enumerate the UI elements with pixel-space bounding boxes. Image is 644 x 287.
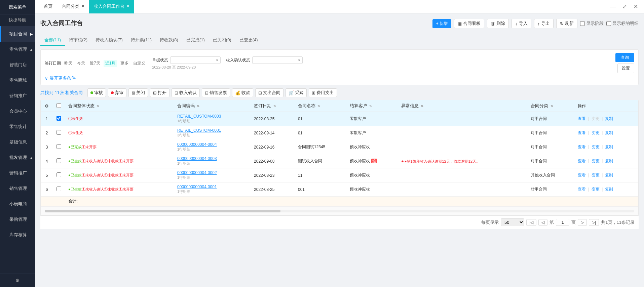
row-select-checkbox[interactable]: [56, 172, 61, 177]
yesterday-link[interactable]: 昨天: [63, 60, 74, 67]
first-page-button[interactable]: |◁: [526, 219, 536, 226]
row-checkbox[interactable]: [53, 126, 65, 140]
prev-page-button[interactable]: ◁: [538, 219, 547, 226]
last-page-button[interactable]: ▷|: [589, 219, 599, 226]
show-detail-checkbox[interactable]: 显示标的明细: [606, 20, 639, 27]
sidebar-item-sales[interactable]: 销售管理: [0, 181, 35, 196]
col-sign-date[interactable]: 签订日期 ⇅: [251, 100, 295, 112]
row-checkbox[interactable]: [53, 168, 65, 182]
sidebar-item-inventory[interactable]: 库存核算: [0, 227, 35, 243]
close-icon[interactable]: ✕: [81, 4, 84, 8]
custom-link[interactable]: 自定义: [132, 60, 147, 67]
col-exception[interactable]: 异常信息 ⇅: [398, 100, 527, 112]
contract-link[interactable]: RETAIL_CUSTOM-0001: [177, 128, 221, 133]
sidebar-item-retail-stats[interactable]: 零售统计: [0, 119, 35, 134]
expense-out-button[interactable]: ⊟ 支出合同: [255, 88, 283, 97]
open-button[interactable]: ⊞ 打开: [150, 88, 169, 97]
minimize-button[interactable]: —: [608, 3, 618, 10]
import-button[interactable]: ↓ 导入: [512, 19, 531, 28]
close-icon[interactable]: ✕: [126, 4, 129, 8]
contract-link[interactable]: RETAIL_CUSTOM-0003: [177, 114, 221, 119]
op-变更[interactable]: 变更: [592, 130, 600, 135]
row-checkbox[interactable]: [53, 112, 65, 126]
sales-invoice-button[interactable]: ⊟ 销售发票: [202, 88, 230, 97]
op-复制[interactable]: 复制: [605, 130, 613, 135]
settings-gear[interactable]: ⚙: [45, 104, 49, 109]
maximize-button[interactable]: ⤢: [620, 3, 629, 10]
setting-button[interactable]: 设置: [617, 64, 634, 73]
export-button[interactable]: ↑ 导出: [534, 19, 554, 28]
panel-button[interactable]: ▦ 合同看板: [454, 19, 484, 28]
last-month-link[interactable]: 近1月: [104, 60, 117, 67]
refresh-button[interactable]: ↻ 刷新: [556, 19, 577, 28]
row-checkbox[interactable]: [53, 154, 65, 168]
sidebar-search[interactable]: 搜索菜单: [0, 0, 35, 14]
contract-link[interactable]: 0000000000004-0001: [177, 184, 217, 189]
op-复制[interactable]: 复制: [605, 173, 613, 177]
op-查看[interactable]: 查看: [578, 173, 586, 177]
contract-link[interactable]: 0000000000004-0004: [177, 142, 217, 147]
expand-button[interactable]: ∨ 展开更多条件: [45, 75, 76, 81]
row-select-checkbox[interactable]: [56, 116, 61, 121]
row-checkbox[interactable]: [53, 182, 65, 197]
op-变更[interactable]: 变更: [592, 173, 600, 177]
contract-link[interactable]: 0000000000004-0002: [177, 170, 217, 175]
sidebar-item-project[interactable]: 项目合同 ▶: [0, 26, 35, 42]
delete-button[interactable]: 🗑 删除: [487, 19, 509, 28]
purchase-button[interactable]: 🛒 采购: [286, 88, 307, 97]
sidebar-item-wholesale[interactable]: 批发管理 ▲: [0, 150, 35, 165]
col-settings[interactable]: ⚙: [41, 100, 53, 112]
status-tab-pending-review[interactable]: 待审核(2): [65, 35, 91, 46]
scrollbar-thumb[interactable]: [45, 210, 280, 212]
status-tab-changed[interactable]: 已变更(4): [235, 35, 262, 46]
op-查看[interactable]: 查看: [578, 145, 586, 149]
op-查看[interactable]: 查看: [578, 159, 586, 163]
row-select-checkbox[interactable]: [56, 144, 61, 149]
show-detail-input[interactable]: [606, 21, 611, 26]
op-查看[interactable]: 查看: [578, 187, 586, 192]
payment-button[interactable]: 💰 收款: [232, 88, 253, 97]
status-tab-closed[interactable]: 已关闭(0): [209, 35, 235, 46]
doc-status-select[interactable]: [170, 56, 221, 64]
query-button[interactable]: 查询: [615, 53, 634, 62]
close-button[interactable]: ✕: [632, 3, 640, 10]
next-page-button[interactable]: ▷: [578, 219, 587, 226]
tab-contracts[interactable]: 合同分类 ✕: [57, 0, 89, 13]
per-page-select[interactable]: 50 100: [501, 218, 524, 226]
op-查看[interactable]: 查看: [578, 116, 586, 121]
row-select-checkbox[interactable]: [56, 158, 61, 163]
more-link[interactable]: 更多: [119, 60, 130, 67]
op-变更[interactable]: 变更: [592, 159, 600, 163]
status-tab-pending-invoice[interactable]: 待开票(11): [127, 35, 156, 46]
col-category[interactable]: 合同分类 ⇅: [527, 100, 574, 112]
sidebar-item-smart-store[interactable]: 智慧门店: [0, 57, 35, 73]
sidebar-item-base-info[interactable]: 基础信息: [0, 134, 35, 150]
row-checkbox[interactable]: [53, 140, 65, 154]
show-stage-checkbox[interactable]: 显示阶段: [580, 20, 604, 27]
sidebar-item-member[interactable]: 会员中心: [0, 104, 35, 119]
today-link[interactable]: 今天: [76, 60, 86, 67]
sidebar-item-retail-mgmt[interactable]: 零售管理 ▲: [0, 42, 35, 57]
last7-link[interactable]: 近7天: [88, 60, 102, 67]
confirm-status-select[interactable]: [252, 56, 303, 64]
op-复制[interactable]: 复制: [605, 159, 613, 163]
op-复制[interactable]: 复制: [605, 145, 613, 149]
sidebar-nav[interactable]: 快捷导航: [0, 14, 35, 26]
sidebar-settings-button[interactable]: ⚙: [0, 274, 35, 287]
op-变更[interactable]: 变更: [592, 187, 600, 192]
sidebar-item-marketing2[interactable]: 营销推广: [0, 165, 35, 181]
sidebar-item-retail-mall[interactable]: 零售商城: [0, 73, 35, 88]
op-变更[interactable]: 变更: [592, 145, 600, 149]
sidebar-item-xiaochu[interactable]: 小畅电商: [0, 196, 35, 212]
col-customer[interactable]: 结算客户 ⇅: [346, 100, 398, 112]
status-tab-all[interactable]: 全部(11): [40, 35, 65, 46]
sidebar-item-marketing[interactable]: 营销推广: [0, 88, 35, 104]
row-select-checkbox[interactable]: [56, 130, 61, 135]
contract-link[interactable]: 0000000000004-0003: [177, 156, 217, 161]
tab-workbench[interactable]: 收入合同工作台 ✕: [89, 0, 134, 13]
audit-button[interactable]: 审核: [87, 88, 106, 97]
new-button[interactable]: + 新增: [432, 19, 451, 28]
status-tab-completed[interactable]: 已完成(1): [182, 35, 209, 46]
abandon-button[interactable]: 弃审: [108, 88, 126, 97]
op-复制[interactable]: 复制: [605, 116, 613, 121]
